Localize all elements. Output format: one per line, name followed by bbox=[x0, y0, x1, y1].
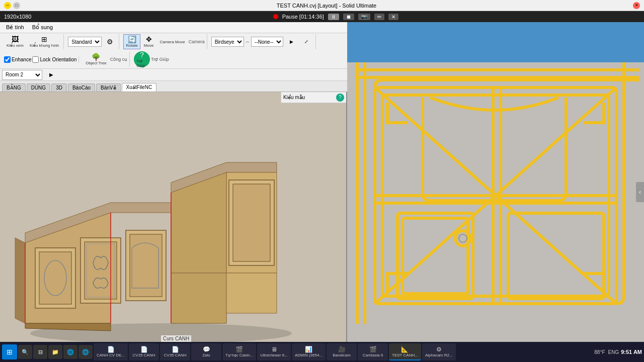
lang-display: ENG bbox=[608, 349, 619, 355]
taskbar-app-ultraviewer[interactable]: 🖥 UltraViewer 6... bbox=[257, 343, 291, 360]
tab-xuatfilenc[interactable]: XuấtFileNC bbox=[122, 83, 157, 92]
lower-cabinet-front bbox=[171, 273, 226, 323]
frame-icon: ⊞ bbox=[41, 36, 47, 43]
window-title: TEST CANH.cvj [Layout] - Solid Ultimate bbox=[20, 3, 633, 9]
lock-check-input[interactable] bbox=[32, 56, 39, 63]
standard-settings-button[interactable]: ⚙ bbox=[103, 34, 117, 49]
tabs-bar: BẢNG DÙNG 3D BáoCáo BànVẽ XuấtFileNC bbox=[0, 81, 347, 92]
toolbar-tools-group: 🌳 Object Tree Công cụ bbox=[81, 52, 130, 67]
kieu-mau-help-button[interactable]: ? bbox=[336, 94, 344, 102]
room-nav-button[interactable]: ▶ bbox=[44, 70, 58, 80]
start-button[interactable]: ⊞ bbox=[2, 344, 17, 359]
taskbar-app-camtasia-label: Camtasia 9 bbox=[363, 353, 383, 357]
taskbar-app-tuhoc[interactable]: 🎬 Tự học Cabin... bbox=[222, 343, 256, 360]
rec-left: 1920x1080 bbox=[4, 14, 31, 20]
tab-baocao[interactable]: BáoCáo bbox=[68, 83, 95, 92]
standard-select[interactable]: Standard bbox=[68, 37, 102, 47]
close-button[interactable]: ✕ bbox=[633, 2, 640, 9]
rotate-button[interactable]: 🔄 Rotate bbox=[123, 34, 140, 49]
object-tree-button[interactable]: 🌳 Object Tree bbox=[83, 52, 109, 67]
camera-label: Camera bbox=[189, 39, 205, 44]
taskbar-app-testcanh-label: TEST CANH... bbox=[392, 353, 418, 357]
browser-icon[interactable]: 🌐 bbox=[63, 345, 77, 359]
pause-button[interactable]: ⏸ bbox=[328, 14, 339, 20]
room-select[interactable]: Room 2 bbox=[2, 70, 42, 80]
minimize-button[interactable]: ─ bbox=[4, 2, 11, 9]
cam-sidebar-arrow[interactable]: ‹ bbox=[636, 182, 644, 202]
taskbar-app-bandicam-label: Bandicam bbox=[333, 353, 351, 357]
toolbar-camera-group: 🔄 Rotate ✥ Move Camera Move Camera bbox=[121, 34, 207, 49]
frame-button[interactable]: ⊞ Kiểu khung hình bbox=[27, 34, 61, 49]
kieu-mau-label: Kiểu mẫu bbox=[283, 95, 305, 100]
cam-background: SNAP ORTHO AUTO HIDE ‹ bbox=[347, 22, 644, 362]
window-controls-left: ─ □ bbox=[4, 2, 20, 9]
cabinet-side-left bbox=[15, 238, 25, 323]
curs-label: Curs CANH bbox=[161, 335, 191, 342]
taskbar: ⊞ 🔍 ⊟ 📁 🌐 🌐 📄 CANH CV DE... 📄 CV35 CANH … bbox=[0, 342, 644, 362]
tab-bang[interactable]: BẢNG bbox=[2, 83, 26, 92]
temp-display: 88°F bbox=[594, 349, 605, 355]
cabinet-base bbox=[25, 323, 111, 331]
taskbar-right: 88°F ENG 9:51 AM bbox=[594, 349, 642, 355]
door-2-inner bbox=[85, 242, 117, 299]
toolbar-view-mode-group: Birdseye ─ --None-- ▶ ⤢ bbox=[209, 34, 316, 49]
rec-indicator bbox=[273, 14, 278, 19]
menu-bo-sung[interactable]: Bổ sung bbox=[28, 23, 57, 32]
none-select[interactable]: --None-- bbox=[251, 37, 283, 47]
resolution-display: 1920x1080 bbox=[4, 14, 31, 20]
taskbar-app-canh-cv[interactable]: 📄 CANH CV DE... bbox=[94, 343, 128, 360]
door-3-inner bbox=[130, 234, 162, 297]
taskbar-app-testcanh[interactable]: 📐 TEST CANH... bbox=[389, 343, 421, 360]
toolbar-select-group: Standard ⚙ bbox=[66, 34, 119, 49]
files-icon[interactable]: 📁 bbox=[48, 345, 62, 359]
toolbar-help-group: ? Trợ Giúp Trợ Giúp bbox=[132, 51, 171, 67]
taskbar-app-cv35-1-label: CV35 CANH bbox=[133, 353, 155, 357]
viewport-3d[interactable]: Kiểu mẫu ? bbox=[0, 92, 347, 362]
system-tray: 88°F ENG bbox=[594, 349, 619, 355]
taskbar-app-ultraviewer-label: UltraViewer 6... bbox=[260, 353, 288, 357]
menu-be-tinh[interactable]: Bề tính bbox=[2, 23, 28, 32]
lock-orientation-checkbox[interactable]: Lock Orientation bbox=[32, 56, 76, 63]
viewport-cam[interactable]: SNAP ORTHO AUTO HIDE ‹ bbox=[347, 22, 644, 362]
kieu-mau-bar: Kiểu mẫu ? bbox=[281, 92, 346, 103]
arrow-right-button[interactable]: ▶ bbox=[284, 34, 298, 49]
taskbar-app-alphacam[interactable]: ⚙ Alphacam R2... bbox=[422, 343, 456, 360]
enhance-checkbox[interactable]: Enhance bbox=[4, 56, 31, 63]
move-button[interactable]: ✥ Move bbox=[141, 34, 156, 49]
tab-3d[interactable]: 3D bbox=[51, 83, 67, 92]
help-icon: ? bbox=[140, 51, 144, 58]
toolbar: 🖼 Kiểu xem ⊞ Kiểu khung hình Standard ⚙ … bbox=[0, 33, 347, 69]
camera-button[interactable]: 📷 bbox=[358, 14, 370, 20]
birdseye-select[interactable]: Birdseye bbox=[211, 37, 244, 47]
view-thumbnail-button[interactable]: 🖼 Kiểu xem bbox=[4, 34, 26, 49]
tab-dung[interactable]: DÙNG bbox=[27, 83, 50, 92]
taskbar-app-bandicam[interactable]: 🎥 Bandicam bbox=[327, 343, 357, 360]
stop-button[interactable]: ⏹ bbox=[343, 14, 354, 20]
help-button[interactable]: ? Trợ Giúp bbox=[134, 51, 150, 67]
edge-icon[interactable]: 🌐 bbox=[78, 345, 93, 359]
cam-toolpath-view bbox=[347, 22, 644, 362]
help-group-label: Trợ Giúp bbox=[151, 57, 169, 62]
expand-button[interactable]: ⤢ bbox=[299, 34, 313, 49]
rec-center: Pause [01:14:36] ⏸ ⏹ 📷 ✏ ✕ bbox=[273, 14, 398, 20]
maximize-button[interactable]: □ bbox=[13, 2, 20, 9]
taskbar-app-cv35-2[interactable]: 📄 CV35 CANH bbox=[160, 343, 190, 360]
thumbnail-icon: 🖼 bbox=[12, 36, 19, 43]
tab-banve[interactable]: BànVẽ bbox=[96, 83, 120, 92]
toolbar2: Room 2 ▶ bbox=[0, 69, 347, 81]
search-taskbar-icon[interactable]: 🔍 bbox=[18, 345, 32, 359]
enhance-check-input[interactable] bbox=[4, 56, 11, 63]
task-view-icon[interactable]: ⊟ bbox=[33, 345, 47, 359]
taskbar-app-cv35-1[interactable]: 📄 CV35 CANH bbox=[129, 343, 159, 360]
window-controls-right: ✕ bbox=[633, 2, 640, 9]
taskbar-app-admin[interactable]: 📊 ADMIN (3654... bbox=[292, 343, 326, 360]
clock: 9:51 AM bbox=[621, 349, 642, 355]
taskbar-app-zalo[interactable]: 💬 Zalo bbox=[191, 343, 221, 360]
close-rec-button[interactable]: ✕ bbox=[388, 14, 398, 20]
taskbar-app-tuhoc-label: Tự học Cabin... bbox=[225, 353, 253, 357]
taskbar-app-camtasia[interactable]: 🎬 Camtasia 9 bbox=[358, 343, 388, 360]
edit-button[interactable]: ✏ bbox=[374, 14, 384, 20]
recording-bar: 1920x1080 Pause [01:14:36] ⏸ ⏹ 📷 ✏ ✕ bbox=[0, 11, 644, 22]
camera-move-button[interactable]: Camera Move bbox=[157, 34, 187, 49]
toolbar-view-group: 🖼 Kiểu xem ⊞ Kiểu khung hình bbox=[2, 34, 64, 49]
